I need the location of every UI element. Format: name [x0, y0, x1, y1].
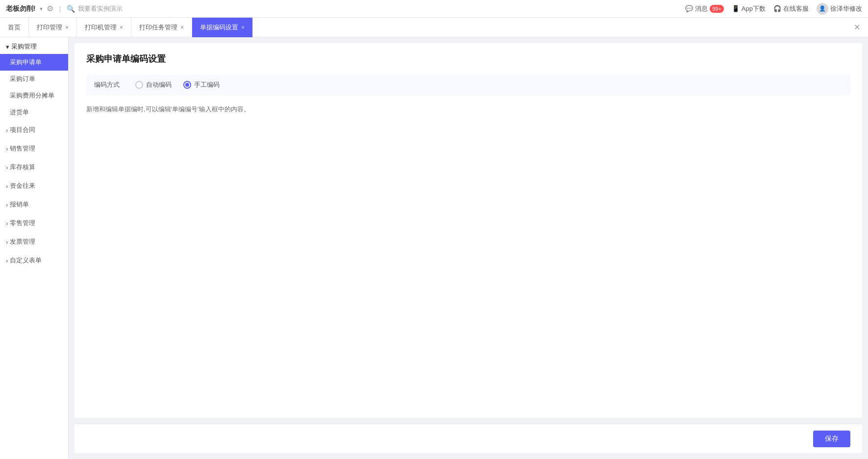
- collapse-arrow-icon: ▾: [6, 43, 9, 51]
- tab-printer-management[interactable]: 打印机管理 ×: [77, 18, 131, 37]
- sidebar-group-custom-forms[interactable]: › 自定义表单: [0, 251, 68, 270]
- app-download-button[interactable]: 📱 App下数: [732, 4, 766, 13]
- tab-bar: 首页 打印管理 × 打印机管理 × 打印任务管理 × 单据编码设置 × ✕: [0, 18, 868, 37]
- online-support-button[interactable]: 🎧 在线客服: [773, 4, 809, 13]
- expand-arrow-icon-3: ›: [6, 164, 8, 171]
- sidebar-group-retail-label: 零售管理: [10, 219, 35, 228]
- expand-arrow-icon-8: ›: [6, 257, 8, 264]
- expand-arrow-icon-6: ›: [6, 220, 8, 227]
- brand-label: 老板勿削!: [6, 4, 36, 13]
- expand-arrow-icon-4: ›: [6, 182, 8, 190]
- hint-text: 新增和编辑单据编时,可以编辑'单编编号'输入框中的内容。: [86, 105, 850, 114]
- search-icon: 🔍: [67, 5, 75, 13]
- sidebar-group-retail[interactable]: › 零售管理: [0, 214, 68, 232]
- sidebar-item-goods-receipt[interactable]: 进货单: [0, 104, 68, 121]
- sidebar-item-purchase-order[interactable]: 采购订单: [0, 71, 68, 87]
- save-button[interactable]: 保存: [813, 431, 850, 447]
- auto-code-label: 自动编码: [146, 80, 172, 89]
- tab-home[interactable]: 首页: [0, 18, 29, 37]
- online-support-label: 在线客服: [783, 4, 809, 13]
- sidebar-item-purchase-order-label: 采购订单: [10, 75, 35, 82]
- sidebar-group-invoice-label: 发票管理: [10, 237, 35, 246]
- sidebar: ▾ 采购管理 采购申请单 采购订单 采购费用分摊单 进货单 › 项目合同 › 销…: [0, 37, 69, 459]
- sidebar-group-sales-label: 销售管理: [10, 144, 35, 153]
- sidebar-group-returns[interactable]: › 报销单: [0, 195, 68, 214]
- tab-single-code-setting[interactable]: 单据编码设置 ×: [192, 18, 253, 37]
- global-close-button[interactable]: ✕: [846, 18, 868, 37]
- sidebar-group-invoice[interactable]: › 发票管理: [0, 232, 68, 251]
- sidebar-group-inventory-label: 库存核算: [10, 163, 35, 172]
- avatar: 👤: [817, 3, 828, 15]
- top-bar: 老板勿削! ▾ ⚙ | 🔍 我要看实例演示 💬 消息 99+ 📱 App下数 🎧…: [0, 0, 868, 18]
- expand-arrow-icon-5: ›: [6, 201, 8, 208]
- sidebar-item-purchase-expense-label: 采购费用分摊单: [10, 92, 54, 99]
- app-icon: 📱: [732, 5, 740, 12]
- page-title: 采购申请单编码设置: [86, 53, 850, 65]
- app-download-label: App下数: [742, 4, 766, 13]
- tab-printer-management-label: 打印机管理: [85, 23, 117, 32]
- top-bar-right: 💬 消息 99+ 📱 App下数 🎧 在线客服 👤 徐泽华修改: [685, 3, 862, 15]
- sidebar-item-purchase-request-label: 采购申请单: [10, 58, 42, 66]
- tab-print-management-close[interactable]: ×: [65, 24, 69, 31]
- user-label: 徐泽华修改: [830, 4, 862, 13]
- settings-icon[interactable]: ⚙: [47, 4, 53, 13]
- sidebar-group-purchase-label: 采购管理: [11, 42, 37, 51]
- tab-printer-management-close[interactable]: ×: [120, 24, 123, 31]
- auto-code-option[interactable]: 自动编码: [135, 80, 172, 89]
- expand-arrow-icon-2: ›: [6, 145, 8, 153]
- tab-print-task[interactable]: 打印任务管理 ×: [131, 18, 192, 37]
- tab-home-label: 首页: [8, 23, 21, 32]
- content-area: 采购申请单编码设置 编码方式 自动编码 手工编码 新增和编辑单据编时,可以编辑'…: [69, 37, 868, 459]
- user-menu[interactable]: 👤 徐泽华修改: [817, 3, 862, 15]
- message-button[interactable]: 💬 消息 99+: [685, 4, 724, 13]
- manual-code-label: 手工编码: [194, 80, 220, 89]
- close-icon: ✕: [854, 23, 860, 32]
- sidebar-group-inventory[interactable]: › 库存核算: [0, 158, 68, 177]
- top-bar-left: 老板勿削! ▾ ⚙ | 🔍 我要看实例演示: [6, 4, 123, 13]
- sidebar-group-purchase[interactable]: ▾ 采购管理: [0, 37, 68, 54]
- message-label: 消息: [695, 4, 708, 13]
- sidebar-group-project-contract[interactable]: › 项目合同: [0, 121, 68, 139]
- dropdown-icon[interactable]: ▾: [40, 5, 43, 12]
- search-bar[interactable]: 🔍 我要看实例演示: [67, 4, 123, 13]
- expand-arrow-icon-7: ›: [6, 238, 8, 246]
- message-icon: 💬: [685, 5, 693, 12]
- sidebar-item-purchase-request[interactable]: 采购申请单: [0, 54, 68, 71]
- auto-code-radio[interactable]: [135, 81, 143, 89]
- sidebar-group-capital-label: 资金往来: [10, 181, 35, 190]
- coding-method-label: 编码方式: [94, 80, 120, 89]
- main-layout: ▾ 采购管理 采购申请单 采购订单 采购费用分摊单 进货单 › 项目合同 › 销…: [0, 37, 868, 459]
- sidebar-group-capital[interactable]: › 资金往来: [0, 177, 68, 195]
- tab-print-management-label: 打印管理: [37, 23, 62, 32]
- sidebar-item-goods-receipt-label: 进货单: [10, 108, 29, 116]
- footer-bar: 保存: [74, 424, 862, 453]
- coding-method-row: 编码方式 自动编码 手工编码: [86, 75, 850, 95]
- tab-print-management[interactable]: 打印管理 ×: [29, 18, 77, 37]
- tab-print-task-close[interactable]: ×: [180, 24, 184, 31]
- tab-single-code-close[interactable]: ×: [241, 24, 245, 31]
- message-badge: 99+: [710, 5, 724, 13]
- expand-arrow-icon: ›: [6, 127, 8, 134]
- sidebar-group-sales[interactable]: › 销售管理: [0, 139, 68, 158]
- tab-print-task-label: 打印任务管理: [139, 23, 177, 32]
- content-inner: 采购申请单编码设置 编码方式 自动编码 手工编码 新增和编辑单据编时,可以编辑'…: [74, 43, 862, 418]
- search-text: 我要看实例演示: [78, 4, 123, 13]
- sidebar-group-returns-label: 报销单: [10, 200, 29, 209]
- sidebar-item-purchase-expense[interactable]: 采购费用分摊单: [0, 87, 68, 104]
- tab-single-code-label: 单据编码设置: [200, 23, 238, 32]
- support-icon: 🎧: [773, 5, 781, 12]
- sidebar-group-project-label: 项目合同: [10, 126, 35, 134]
- manual-code-radio[interactable]: [183, 81, 191, 89]
- manual-code-option[interactable]: 手工编码: [183, 80, 220, 89]
- sidebar-group-custom-forms-label: 自定义表单: [10, 256, 42, 265]
